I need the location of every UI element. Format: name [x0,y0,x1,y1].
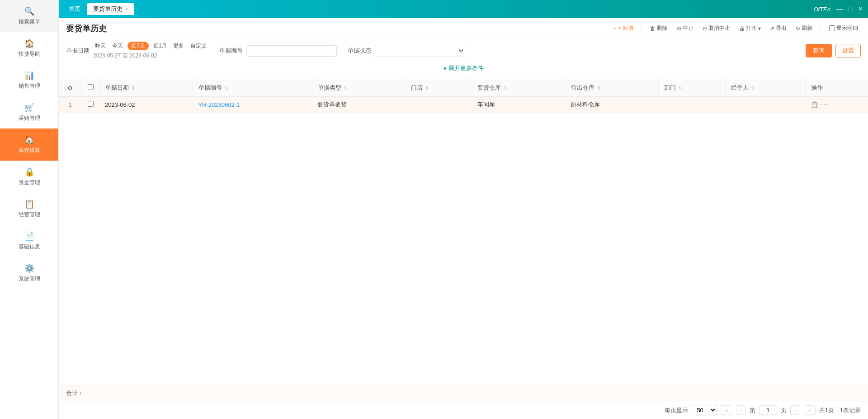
date-filter-group: 单据日期 昨天 今天 近7天 近1月 更多 自定义 2023-05-27 至 2… [66,42,208,60]
row-department [659,97,725,113]
th-handler[interactable]: 经手人 ⇅ [725,79,805,97]
th-store-label: 门店 [411,84,423,91]
th-date-label: 单据日期 [105,84,129,91]
active-tab[interactable]: 要货单历史 × [87,3,134,15]
page-prefix-label: 第 [750,406,755,414]
select-all-checkbox[interactable] [88,84,94,90]
th-store[interactable]: 门店 ⇅ [406,79,472,97]
table-footer: 合计： [59,385,868,401]
expand-icon: ▾ [443,65,447,72]
window-close-button[interactable]: × [859,5,863,13]
print-icon: 🖨 [739,25,745,32]
total-info: 共1页，1条记录 [819,406,861,414]
expand-filter-button[interactable]: ▾ 展开更多条件 [440,62,487,74]
show-detail-button[interactable]: 显示明细 [826,23,861,34]
shortcut-custom[interactable]: 自定义 [189,42,208,50]
th-req-warehouse-label: 要货仓库 [477,84,501,91]
sales-icon: 📊 [24,71,34,81]
query-button[interactable]: 查询 [806,44,832,57]
last-page-button[interactable]: » [804,405,815,415]
refresh-icon: ↻ [796,25,800,32]
shortcut-1month[interactable]: 近1月 [151,42,169,50]
th-department-label: 部门 [664,84,676,91]
sidebar-item-search-menu[interactable]: 🔍 搜索菜单 [0,0,58,32]
data-table: ⚙ 单据日期 ⇅ 单据编号 ⇅ 单据类型 [59,79,868,113]
sidebar-item-purchase-mgmt[interactable]: 🛒 采购管理 [0,96,58,129]
sidebar-item-ops-mgmt[interactable]: 📋 经营管理 [0,193,58,225]
edit-action-icon[interactable]: ⋯ [821,101,827,108]
row-select-checkbox[interactable] [88,101,94,107]
sidebar-item-inventory[interactable]: 🏠 库存核算 [0,129,58,161]
th-bill-no[interactable]: 单据编号 ⇅ [193,79,312,97]
bill-no-label: 单据编号 [219,47,243,55]
shortcut-more[interactable]: 更多 [171,42,186,50]
th-department[interactable]: 部门 ⇅ [659,79,725,97]
shortcut-today[interactable]: 今天 [110,42,125,50]
shortcut-yesterday[interactable]: 昨天 [93,42,108,50]
page-number-input[interactable] [759,405,777,415]
store-sort-icon: ⇅ [425,86,429,90]
table-body: 1 2023-06-02 YH-20230602-1 要货单要货 车间库 原材料… [59,97,868,113]
minimize-button[interactable]: — [836,5,843,13]
date-range-display: 2023-05-27 至 2023-06-02 [93,52,208,60]
th-pending-warehouse[interactable]: 待出仓库 ⇅ [565,79,658,97]
table-header: ⚙ 单据日期 ⇅ 单据编号 ⇅ 单据类型 [59,79,868,97]
bill-type-sort-icon: ⇅ [344,86,347,90]
maximize-button[interactable]: □ [849,5,853,13]
th-settings[interactable]: ⚙ [59,79,81,97]
sidebar-item-base-info[interactable]: 📄 基础信息 [0,225,58,257]
action-buttons: 查询 设置 [806,44,861,57]
print-button[interactable]: 🖨 打印 ▾ [736,23,764,34]
quick-nav-icon: 🏠 [24,38,34,48]
main-area: 首页 要货单历史 × OfTEn — □ × 要货单历史 + + 新增 🗑 [59,0,868,419]
stop-button[interactable]: ⊘ 中止 [674,23,696,34]
th-req-warehouse[interactable]: 要货仓库 ⇅ [472,79,565,97]
bill-status-label: 单据状态 [348,47,371,55]
sidebar-item-quick-nav[interactable]: 🏠 快捷导航 [0,32,58,64]
th-date[interactable]: 单据日期 ⇅ [99,79,193,97]
ops-icon: 📋 [24,199,34,209]
sidebar-item-sys-mgmt[interactable]: ⚙️ 系统管理 [0,257,58,289]
export-button[interactable]: ↗ 导出 [767,23,789,34]
bill-no-filter-group: 单据编号 [219,45,337,57]
th-actions: 操作 [805,79,868,97]
delete-button[interactable]: 🗑 删除 [647,23,670,34]
page-suffix-label: 页 [781,406,787,414]
cancel-stop-icon: ⊙ [703,25,707,32]
new-button[interactable]: + + 新增 [611,23,636,34]
bill-no-input[interactable] [246,45,337,57]
cancel-stop-button[interactable]: ⊙ 取消中止 [700,23,733,34]
department-sort-icon: ⇅ [679,86,682,90]
bill-no-link[interactable]: YH-20230602-1 [198,101,240,108]
view-action-icon[interactable]: 📋 [811,101,818,108]
row-bill-no: YH-20230602-1 [193,97,312,113]
prev-page-button[interactable]: ‹ [736,405,746,415]
row-checkbox[interactable] [81,97,99,113]
date-sort-icon: ⇅ [131,86,135,90]
page-title: 要货单历史 [66,23,107,34]
table-row[interactable]: 1 2023-06-02 YH-20230602-1 要货单要货 车间库 原材料… [59,97,868,113]
bill-status-filter-group: 单据状态 ▾ [348,45,463,57]
sidebar-item-sales-mgmt[interactable]: 📊 销售管理 [0,64,58,96]
refresh-button[interactable]: ↻ 刷新 [793,23,815,34]
delete-icon: 🗑 [650,25,656,32]
filter-row-2: ▾ 展开更多条件 [66,62,861,74]
home-tab[interactable]: 首页 [64,3,85,15]
th-bill-type[interactable]: 单据类型 ⇅ [312,79,405,97]
finance-icon: 🔒 [24,167,34,177]
show-detail-checkbox[interactable] [829,25,835,31]
first-page-button[interactable]: « [721,405,732,415]
tab-close-icon[interactable]: × [125,6,128,12]
sidebar-item-finance-mgmt[interactable]: 🔒 资金管理 [0,161,58,193]
per-page-select[interactable]: 50 20 100 200 [692,405,717,415]
filter-row-1: 单据日期 昨天 今天 近7天 近1月 更多 自定义 2023-05-27 至 2… [66,42,861,60]
th-handler-label: 经手人 [731,84,749,91]
row-actions: 📋 ⋯ [805,97,868,113]
shortcut-7days[interactable]: 近7天 [127,42,149,50]
th-bill-type-label: 单据类型 [318,84,341,91]
export-icon: ↗ [770,25,774,32]
settings-button[interactable]: 设置 [835,44,861,57]
bill-status-select[interactable] [375,45,465,57]
th-checkbox[interactable] [81,79,99,97]
next-page-button[interactable]: › [790,405,800,415]
